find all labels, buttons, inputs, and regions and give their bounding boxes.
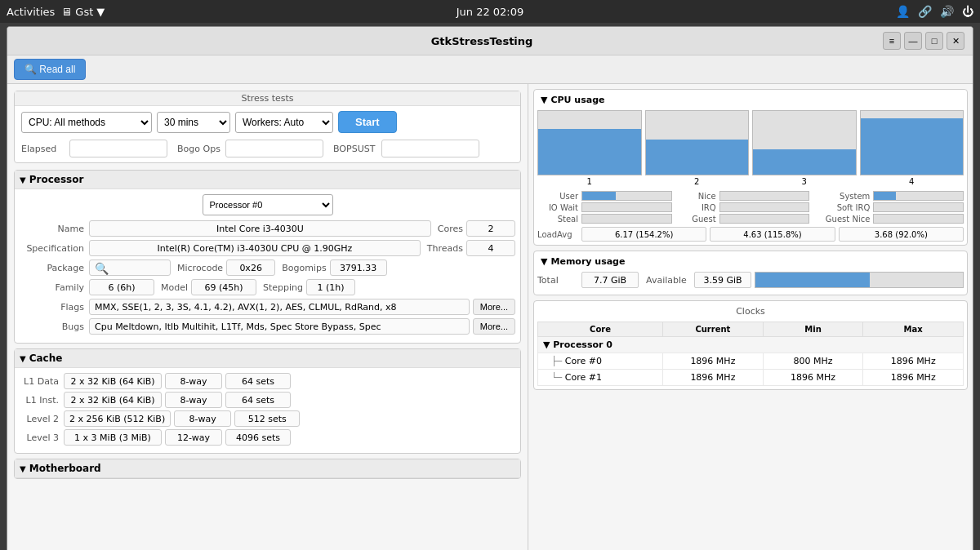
stat-system-fill — [874, 192, 896, 200]
cpu-bar-num-2: 2 — [694, 177, 699, 186]
total-value: 7.7 GiB — [581, 272, 639, 288]
clocks-col-min: Min — [763, 322, 863, 337]
window-title: GtkStressTesting — [81, 35, 883, 47]
proc-selector: Processor #0 — [20, 194, 515, 215]
toolbar: 🔍 Read all — [7, 55, 973, 84]
flags-more-button[interactable]: More... — [473, 299, 515, 315]
available-value: 3.59 GiB — [694, 272, 751, 288]
bopsust-label: BOPSUST — [333, 144, 378, 154]
loadavg-label: LoadAvg — [537, 230, 578, 239]
right-panel: ▼ CPU usage 1 2 — [528, 84, 973, 550]
stat-irq-label: IRQ — [675, 203, 716, 212]
motherboard-header[interactable]: ▼ Motherboard — [15, 459, 520, 478]
loadavg-val-1: 6.17 (154.2%) — [581, 227, 706, 242]
cache-l2-way: 8-way — [174, 410, 231, 427]
app-dropdown-icon[interactable]: ▼ — [96, 6, 105, 18]
cpu-usage-section: ▼ CPU usage 1 2 — [533, 89, 968, 246]
model-label: Model — [154, 282, 191, 293]
volume-icon: 🔊 — [940, 5, 954, 18]
cpu-bar-num-3: 3 — [802, 177, 807, 186]
spec-value: Intel(R) Core(TM) i3-4030U CPU @ 1.90GHz — [89, 240, 421, 256]
elapsed-input[interactable] — [69, 140, 167, 157]
core-0-max: 1896 MHz — [863, 353, 964, 370]
start-button[interactable]: Start — [338, 111, 397, 133]
name-value: Intel Core i3-4030U — [89, 220, 431, 237]
stat-softirq-label: Soft IRQ — [813, 203, 870, 212]
motherboard-title: Motherboard — [29, 463, 101, 474]
window-titlebar: GtkStressTesting ≡ — □ ✕ — [7, 27, 973, 55]
processor-number-select[interactable]: Processor #0 — [203, 194, 333, 215]
taskbar-datetime: Jun 22 02:09 — [457, 6, 524, 18]
taskbar-app[interactable]: 🖥 Gst ▼ — [61, 6, 105, 18]
package-row: Package 🔍 Microcode 0x26 Bogomips 3791.3… — [20, 259, 515, 276]
clocks-section: Clocks Core Current Min Max ▼ — [533, 300, 968, 390]
processor-label: Processor 0 — [553, 339, 612, 350]
cache-l2-label: Level 2 — [23, 414, 64, 424]
close-button[interactable]: ✕ — [947, 32, 964, 50]
clocks-col-current: Current — [663, 322, 764, 337]
cpu-bar-3: 3 — [752, 110, 857, 186]
duration-select[interactable]: 30 mins — [157, 112, 230, 133]
processor-title: Processor — [29, 174, 84, 185]
bugs-value: Cpu Meltdown, Itlb Multihit, L1Tf, Mds, … — [89, 318, 470, 335]
cache-l1data-sets: 64 sets — [225, 373, 291, 389]
maximize-button[interactable]: □ — [925, 32, 943, 50]
minimize-button[interactable]: — — [904, 32, 922, 50]
stat-irq-bar — [719, 202, 810, 212]
bogomips-value: 3791.33 — [330, 259, 387, 276]
cpu-method-select[interactable]: CPU: All methods — [21, 112, 152, 133]
memory-bar — [755, 272, 964, 288]
flags-row: Flags MMX, SSE(1, 2, 3, 3S, 4.1, 4.2), A… — [20, 299, 515, 315]
cache-l3-way: 12-way — [165, 429, 222, 446]
cache-l1data-way: 8-way — [165, 373, 222, 389]
workers-select[interactable]: Workers: Auto — [235, 112, 333, 133]
core-1-row: └─ Core #1 1896 MHz 1896 MHz 1896 MHz — [538, 370, 964, 386]
cpu-usage-header: ▼ CPU usage — [537, 93, 964, 107]
stat-iowait-bar — [581, 202, 672, 212]
activities-label[interactable]: Activities — [7, 6, 55, 18]
microcode-label: Microcode — [171, 263, 226, 273]
clocks-col-max: Max — [863, 322, 964, 337]
clocks-title: Clocks — [537, 304, 964, 318]
cpu-bar-num-1: 1 — [587, 177, 592, 186]
stepping-value: 1 (1h) — [306, 279, 355, 295]
cache-title: Cache — [29, 353, 63, 364]
memory-section: ▼ Memory usage Total 7.7 GiB Available 3… — [533, 251, 968, 295]
memory-title: Memory usage — [550, 256, 625, 267]
bogo-ops-input[interactable] — [225, 140, 323, 157]
core-0-min: 800 MHz — [763, 353, 863, 370]
core-0-name: ├─ Core #0 — [538, 353, 663, 370]
flags-label: Flags — [20, 302, 89, 313]
memory-arrow-icon: ▼ — [541, 256, 547, 267]
processor-header[interactable]: ▼ Processor — [15, 171, 520, 189]
app-icon: 🖥 — [61, 6, 72, 18]
read-all-button[interactable]: 🔍 Read all — [14, 59, 86, 80]
memory-header: ▼ Memory usage — [537, 255, 964, 268]
taskbar: Activities 🖥 Gst ▼ Jun 22 02:09 👤 🔗 🔊 ⏻ — [0, 0, 980, 23]
stat-nice-bar — [719, 191, 810, 201]
clocks-col-core: Core — [538, 322, 663, 337]
cache-l1inst-way: 8-way — [165, 392, 222, 408]
main-window: GtkStressTesting ≡ — □ ✕ 🔍 Read all Stre… — [7, 26, 973, 550]
package-label: Package — [20, 263, 89, 273]
bopsust-input[interactable] — [381, 140, 479, 157]
bugs-label: Bugs — [20, 322, 89, 332]
stress-controls: CPU: All methods 30 mins Workers: Auto S… — [15, 106, 520, 138]
motherboard-arrow-icon: ▼ — [20, 464, 26, 473]
cpu-bar-container-1 — [537, 110, 642, 175]
threads-value: 4 — [466, 240, 515, 256]
main-content: Stress tests CPU: All methods 30 mins Wo… — [7, 84, 973, 550]
threads-label: Threads — [421, 243, 466, 254]
cpu-bar-num-4: 4 — [909, 177, 914, 186]
cache-section: ▼ Cache L1 Data 2 x 32 KiB (64 KiB) 8-wa… — [14, 348, 521, 454]
bluetooth-icon: 🔗 — [918, 5, 932, 18]
processor-body: Processor #0 Name Intel Core i3-4030U Co… — [15, 189, 520, 343]
name-label: Name — [20, 224, 89, 234]
processor-section: ▼ Processor Processor #0 Name Intel Core… — [14, 170, 521, 344]
spec-row: Specification Intel(R) Core(TM) i3-4030U… — [20, 240, 515, 256]
menu-button[interactable]: ≡ — [883, 32, 901, 50]
cache-header[interactable]: ▼ Cache — [15, 349, 520, 368]
loadavg-row: LoadAvg 6.17 (154.2%) 4.63 (115.8%) 3.68… — [537, 227, 964, 242]
core-1-max: 1896 MHz — [863, 370, 964, 386]
bugs-more-button[interactable]: More... — [473, 318, 515, 335]
